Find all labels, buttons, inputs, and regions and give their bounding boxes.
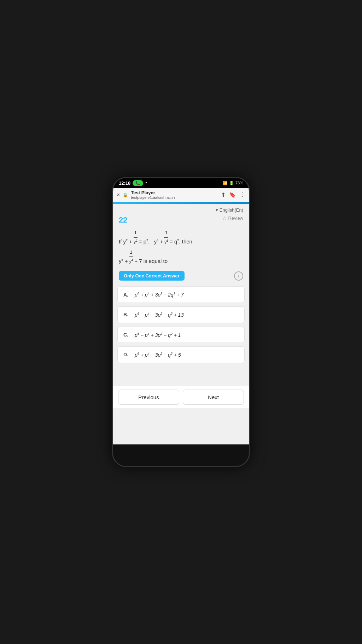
menu-icon[interactable]: ⋮ xyxy=(240,191,245,198)
chevron-down-icon: ▾ xyxy=(216,207,218,213)
status-right: 📶 🔋 73% xyxy=(223,181,243,185)
next-button[interactable]: Next xyxy=(183,390,244,405)
option-a[interactable]: A. p6 + p4 + 3p2 − 2q2 + 7 xyxy=(117,286,245,303)
share-icon[interactable]: ⬆ xyxy=(221,191,226,198)
url-block: Test Player testplayerv1.aakash.ac.in xyxy=(131,190,218,200)
option-d-text: p6 + p4 − 3p2 − q2 + 5 xyxy=(135,352,181,358)
answer-type-badge: Only One Correct Answer xyxy=(119,271,185,281)
option-c[interactable]: C. p6 − p4 + 3p2 − q2 + 1 xyxy=(117,327,245,343)
language-selector[interactable]: ▾ English(En) xyxy=(216,207,243,213)
star-icon: ☆ xyxy=(222,215,227,221)
call-icon: 📞 xyxy=(135,181,140,185)
question-line2: y6 + 1y4 + 7 is equal to xyxy=(119,248,243,266)
status-bar: 12:18 📞 • 📶 🔋 73% xyxy=(113,178,249,188)
option-b[interactable]: B. p6 − p4 − 3p2 − q2 + 13 xyxy=(117,306,245,323)
bottom-nav: Previous Next xyxy=(113,386,249,408)
info-icon[interactable]: i xyxy=(234,271,243,281)
browser-title: Test Player xyxy=(131,190,218,195)
browser-actions: ⬆ 🔖 ⋮ xyxy=(221,191,245,198)
call-button: 📞 xyxy=(133,180,143,186)
option-d[interactable]: D. p6 + p4 − 3p2 − q2 + 5 xyxy=(117,346,245,363)
options-list: A. p6 + p4 + 3p2 − 2q2 + 7 B. p6 − p4 − … xyxy=(113,285,249,364)
question-number: 22 xyxy=(119,215,127,225)
browser-close-button[interactable]: × xyxy=(117,192,120,198)
browser-url: testplayerv1.aakash.ac.in xyxy=(131,195,218,200)
bookmark-icon[interactable]: 🔖 xyxy=(229,191,236,198)
option-c-label: C. xyxy=(123,332,130,338)
option-a-text: p6 + p4 + 3p2 − 2q2 + 7 xyxy=(135,292,183,298)
status-left: 12:18 📞 • xyxy=(119,180,147,186)
question-text: If y2 + 1y2 = p2, y4 + 1y6 = q2, then y6… xyxy=(113,228,249,270)
question-line1: If y2 + 1y2 = p2, y4 + 1y6 = q2, then xyxy=(119,229,243,246)
battery-level: 73% xyxy=(235,181,243,185)
answer-type-row: Only One Correct Answer i xyxy=(113,270,249,285)
option-b-label: B. xyxy=(123,312,130,317)
battery-icon: 🔋 xyxy=(229,181,234,185)
spacer xyxy=(113,364,249,386)
browser-bar: × 🔒 Test Player testplayerv1.aakash.ac.i… xyxy=(113,188,249,202)
option-a-label: A. xyxy=(123,292,130,298)
status-time: 12:18 xyxy=(119,180,130,186)
review-button[interactable]: ☆ Review xyxy=(222,215,243,221)
lock-icon: 🔒 xyxy=(123,192,128,197)
language-row: ▾ English(En) xyxy=(113,204,249,214)
option-c-text: p6 − p4 + 3p2 − q2 + 1 xyxy=(135,332,181,338)
previous-button[interactable]: Previous xyxy=(118,390,179,405)
content-area: ▾ English(En) 22 ☆ Review If y2 + 1y2 = … xyxy=(113,204,249,444)
review-label: Review xyxy=(228,215,243,221)
language-label: English(En) xyxy=(220,207,243,213)
option-d-label: D. xyxy=(123,352,130,357)
question-header: 22 ☆ Review xyxy=(113,214,249,228)
signal-icon: 📶 xyxy=(223,181,228,185)
option-b-text: p6 − p4 − 3p2 − q2 + 13 xyxy=(135,312,183,318)
dot-indicator: • xyxy=(145,180,147,185)
phone-frame: 12:18 📞 • 📶 🔋 73% × 🔒 Test Player testpl… xyxy=(112,177,250,467)
